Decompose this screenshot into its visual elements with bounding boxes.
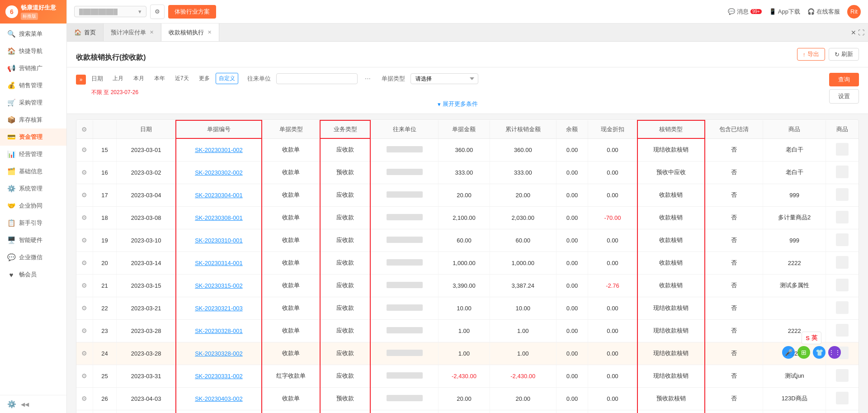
td-product-img	[826, 252, 859, 274]
sidebar-item-hardware[interactable]: 🖥️智能硬件	[0, 232, 66, 249]
tab-close-all-icon[interactable]: ✕	[851, 29, 856, 36]
sidebar-icon-system: ⚙️	[7, 185, 15, 193]
page-actions: ↑ 导出 ↻ 刷新	[797, 48, 859, 67]
td-include-settled: 否	[705, 410, 763, 413]
sidebar-item-guide[interactable]: 📋新手引导	[0, 214, 66, 232]
tab-expand-icon[interactable]: ⛶	[858, 29, 864, 36]
shirt-icon[interactable]: 👕	[813, 346, 826, 359]
export-button[interactable]: ↑ 导出	[797, 48, 826, 61]
filter-toggle[interactable]: »	[76, 75, 86, 85]
sidebar-item-marketing[interactable]: 📢营销推广	[0, 60, 66, 77]
expand-more-btn[interactable]: ▾ 展开更多条件	[438, 100, 478, 108]
voucher-no-link[interactable]: SK-20230304-001	[195, 192, 243, 199]
sidebar-item-inventory[interactable]: 📦库存核算	[0, 111, 66, 128]
sidebar-item-basic[interactable]: 🗂️基础信息	[0, 163, 66, 180]
date-btn-last-month[interactable]: 上月	[108, 73, 127, 84]
messages-item[interactable]: 💬 消息 99+	[728, 8, 762, 16]
collapse-icon[interactable]: ◀◀	[21, 401, 29, 408]
voucher-no-link[interactable]: SK-20230321-003	[195, 305, 243, 312]
apps-icon[interactable]: ⋮⋮	[828, 346, 841, 359]
industry-btn[interactable]: 体验行业方案	[168, 5, 216, 19]
table-row: ⚙ 27 2023-04-08 SK-20230408-001 收款单 应收款 …	[76, 410, 859, 413]
td-settings: ⚙	[76, 138, 93, 161]
voucher-no-link[interactable]: SK-20230315-002	[195, 282, 243, 289]
voucher-no-link[interactable]: SK-20230328-001	[195, 328, 243, 334]
voucher-no-link[interactable]: SK-20230314-001	[195, 260, 243, 266]
td-product: 衣服00001	[763, 410, 826, 413]
td-voucher-no: SK-20230331-002	[176, 365, 262, 387]
tab-close-icon[interactable]: ✕	[150, 29, 154, 35]
tab-home[interactable]: 🏠 首页	[67, 24, 104, 41]
sidebar-item-system[interactable]: ⚙️系统管理	[0, 180, 66, 197]
td-settings: ⚙	[76, 274, 93, 297]
sidebar-item-finance[interactable]: 💳资金管理	[0, 128, 66, 146]
sidebar-item-purchase[interactable]: 🛒采购管理	[0, 94, 66, 111]
mic-icon[interactable]: 🎤	[782, 346, 795, 359]
workspace-selector[interactable]: ██████████ ▾	[74, 6, 146, 17]
voucher-no-link[interactable]: SK-20230331-002	[195, 373, 243, 380]
date-btn-this-year[interactable]: 本年	[150, 73, 169, 84]
voucher-no-link[interactable]: SK-20230308-001	[195, 214, 243, 221]
th-biz-type: 业务类型	[320, 120, 370, 138]
partner-input[interactable]	[276, 73, 358, 84]
settings-icon[interactable]: ⚙️	[7, 400, 16, 408]
td-voucher-no: SK-20230321-003	[176, 297, 262, 319]
table-row: ⚙ 18 2023-03-08 SK-20230308-001 收款单 应收款 …	[76, 206, 859, 229]
td-biz-type: 应收款	[320, 252, 370, 274]
grid-icon[interactable]: ⊞	[797, 346, 810, 359]
row-gear-icon[interactable]: ⚙	[81, 304, 87, 312]
date-btn-more[interactable]: 更多	[195, 73, 214, 84]
row-gear-icon[interactable]: ⚙	[81, 395, 87, 402]
voucher-no-link[interactable]: SK-20230301-002	[195, 147, 243, 153]
table-row: ⚙ 25 2023-03-31 SK-20230331-002 红字收款单 应收…	[76, 365, 859, 387]
row-gear-icon[interactable]: ⚙	[81, 327, 87, 334]
date-btn-this-month[interactable]: 本月	[129, 73, 148, 84]
voucher-no-link[interactable]: SK-20230310-001	[195, 237, 243, 244]
row-gear-icon[interactable]: ⚙	[81, 169, 87, 176]
date-btn-7days[interactable]: 近7天	[171, 73, 193, 84]
sidebar-item-sales[interactable]: 💰销售管理	[0, 77, 66, 94]
sidebar-item-wechat[interactable]: 💬企业微信	[0, 249, 66, 266]
td-include-settled: 否	[705, 206, 763, 229]
row-gear-icon[interactable]: ⚙	[81, 282, 87, 289]
date-custom-btn[interactable]: 自定义	[216, 73, 238, 84]
row-gear-icon[interactable]: ⚙	[81, 350, 87, 357]
online-service-item[interactable]: 🎧 在线客服	[807, 8, 840, 16]
th-voucher-type: 单据类型	[262, 120, 321, 138]
row-gear-icon[interactable]: ⚙	[81, 214, 87, 221]
tab-payable[interactable]: 预计冲应付单 ✕	[104, 24, 161, 41]
sidebar-item-shortcut[interactable]: 🏠快捷导航	[0, 43, 66, 60]
tab-collection[interactable]: 收款核销执行 ✕	[161, 24, 219, 41]
app-download-item[interactable]: 📱 App下载	[769, 8, 800, 16]
th-amount: 单据金额	[439, 120, 490, 138]
sidebar-item-operations[interactable]: 📊经营管理	[0, 146, 66, 163]
row-gear-icon[interactable]: ⚙	[81, 372, 87, 380]
td-include-settled: 否	[705, 161, 763, 184]
user-avatar[interactable]: Rit	[847, 5, 861, 19]
sidebar-item-vip[interactable]: ♥畅会员	[0, 266, 66, 283]
partner-dots-icon[interactable]: ···	[363, 75, 373, 83]
voucher-no-link[interactable]: SK-20230403-002	[195, 395, 243, 402]
voucher-no-link[interactable]: SK-20230302-002	[195, 169, 243, 176]
chevron-down-icon: ▾	[138, 8, 142, 15]
row-gear-icon[interactable]: ⚙	[81, 237, 87, 244]
voucher-no-link[interactable]: SK-20230328-002	[195, 350, 243, 357]
td-voucher-no: SK-20230304-001	[176, 184, 262, 206]
refresh-button[interactable]: ↻ 刷新	[829, 48, 859, 61]
sidebar-icon-purchase: 🛒	[7, 99, 15, 107]
sidebar-item-enterprise[interactable]: 🤝企业协同	[0, 197, 66, 214]
column-settings-icon[interactable]: ⚙	[81, 126, 87, 133]
td-balance: 0.00	[556, 229, 588, 252]
table-row: ⚙ 22 2023-03-21 SK-20230321-003 收款单 应收款 …	[76, 297, 859, 319]
td-balance: 0.00	[556, 297, 588, 319]
query-button[interactable]: 查询	[829, 73, 859, 86]
row-gear-icon[interactable]: ⚙	[81, 259, 87, 266]
sidebar-icon-enterprise: 🤝	[7, 202, 15, 210]
gear-button[interactable]: ⚙	[150, 5, 165, 19]
filter-settings-button[interactable]: 设置	[829, 89, 859, 104]
tab-close-icon-active[interactable]: ✕	[208, 29, 212, 35]
voucher-type-select[interactable]: 请选择	[410, 73, 478, 84]
sidebar-item-search[interactable]: 🔍搜索菜单	[0, 25, 66, 43]
row-gear-icon[interactable]: ⚙	[81, 191, 87, 199]
row-gear-icon[interactable]: ⚙	[81, 146, 87, 153]
